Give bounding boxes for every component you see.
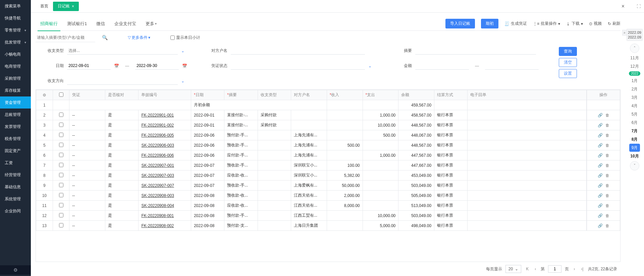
row-checkbox[interactable] — [59, 203, 63, 207]
period-init-button[interactable]: 期初 — [481, 19, 498, 28]
tab-home[interactable]: 首页 — [36, 2, 53, 11]
link-icon[interactable]: 🔗 — [598, 143, 603, 148]
sidebar-item[interactable]: 快捷导航 — [0, 12, 31, 24]
link-icon[interactable]: 🔗 — [598, 133, 603, 138]
row-checkbox[interactable] — [59, 213, 63, 217]
account-tab[interactable]: 微信 — [92, 17, 110, 31]
row-checkbox[interactable] — [59, 113, 63, 117]
link-icon[interactable]: 🔗 — [598, 113, 603, 118]
month-item[interactable]: 2月 — [629, 85, 640, 93]
month-item[interactable]: 6月 — [629, 119, 640, 127]
document-link[interactable]: SK-20220908-004 — [141, 203, 174, 208]
daily-subtotal-checkbox[interactable]: 显示本日小计 — [170, 35, 200, 41]
sidebar-item[interactable]: 批发管理▾ — [0, 36, 31, 48]
scroll-down-icon[interactable]: ˅ — [630, 161, 639, 170]
row-checkbox[interactable] — [59, 123, 63, 127]
sidebar-item[interactable]: 资金管理 — [0, 96, 31, 109]
amount-to-input[interactable] — [485, 62, 539, 70]
month-item[interactable]: 11月 — [629, 54, 640, 62]
scroll-up-icon[interactable]: ˄ — [630, 44, 639, 53]
search-icon[interactable]: 🔍 — [102, 35, 108, 40]
delete-icon[interactable]: 🗑 — [605, 113, 609, 118]
download-button[interactable]: ⭳下载 ▾ — [566, 21, 583, 26]
collapse-icon[interactable]: » — [622, 30, 627, 36]
page-number-input[interactable] — [548, 265, 561, 273]
sidebar-item[interactable]: 工资 — [0, 157, 31, 169]
delete-icon[interactable]: 🗑 — [605, 153, 609, 158]
link-icon[interactable]: 🔗 — [598, 203, 603, 208]
row-checkbox[interactable] — [59, 173, 63, 177]
sidebar-item[interactable]: 零售管理▾ — [0, 24, 31, 36]
next-page-button[interactable]: › — [572, 266, 576, 272]
document-link[interactable]: SK-20220907-001 — [141, 163, 174, 168]
batch-action-button[interactable]: ⋮≡批量操作 ▾ — [533, 21, 560, 26]
month-item[interactable]: 1月 — [629, 77, 640, 85]
period-display[interactable]: » 2022.09 2022.09 — [627, 29, 643, 41]
prev-page-button[interactable]: ‹ — [533, 266, 537, 272]
page-size-select[interactable]: 20 ⌄ — [505, 265, 521, 273]
month-item[interactable]: 3月 — [629, 93, 640, 101]
more-conditions-toggle[interactable]: ▽ 更多条件 ▾ — [128, 35, 150, 41]
link-icon[interactable]: 🔗 — [598, 173, 603, 178]
document-link[interactable]: FK-20220901-002 — [141, 123, 174, 128]
row-checkbox[interactable] — [59, 143, 63, 147]
sidebar-item[interactable]: 固定资产 — [0, 145, 31, 157]
voucher-status-select[interactable] — [231, 62, 365, 70]
calendar-icon[interactable]: 📅 — [182, 64, 187, 68]
delete-icon[interactable]: 🗑 — [605, 123, 609, 128]
account-tab[interactable]: 更多▾ — [141, 17, 161, 31]
document-link[interactable]: SK-20220906-003 — [141, 143, 174, 148]
tab-journal[interactable]: 日记账 × — [53, 2, 79, 11]
query-button[interactable]: 查询 — [559, 47, 577, 56]
link-icon[interactable]: 🔗 — [598, 193, 603, 198]
refresh-button[interactable]: ↻刷新 — [608, 21, 621, 26]
chevron-down-icon[interactable]: ⌄ — [368, 64, 372, 68]
sidebar-item[interactable]: 系统管理 — [0, 193, 31, 205]
row-checkbox[interactable] — [59, 223, 63, 227]
month-item[interactable]: 5月 — [629, 110, 640, 118]
sidebar-item[interactable]: 库存核算 — [0, 84, 31, 96]
delete-icon[interactable]: 🗑 — [605, 133, 609, 138]
chevron-down-icon[interactable]: ⌄ — [181, 49, 184, 53]
row-checkbox[interactable] — [59, 183, 63, 187]
direction-select[interactable] — [67, 77, 178, 85]
sidebar-item[interactable]: 电商管理 — [0, 60, 31, 72]
fullscreen-icon[interactable]: ⛶ — [637, 4, 641, 9]
document-link[interactable]: SK-20220907-003 — [141, 173, 174, 178]
month-item[interactable]: 9月 — [629, 144, 640, 152]
document-link[interactable]: FK-20220908-002 — [141, 223, 174, 228]
document-link[interactable]: FK-20220901-001 — [141, 113, 174, 118]
document-link[interactable]: FK-20220906-006 — [141, 153, 174, 158]
month-item[interactable]: 8月 — [629, 135, 640, 143]
search-input[interactable] — [36, 33, 95, 42]
link-icon[interactable]: 🔗 — [598, 183, 603, 188]
document-link[interactable]: SK-20220908-003 — [141, 193, 174, 198]
delete-icon[interactable]: 🗑 — [605, 203, 609, 208]
sidebar-item[interactable]: 企业协同 — [0, 205, 31, 217]
first-page-button[interactable]: K — [525, 266, 530, 272]
sidebar-item[interactable]: 总账管理 — [0, 109, 31, 121]
gen-voucher-button[interactable]: 🧾生成凭证 — [504, 21, 527, 26]
sidebar-item[interactable]: 小畅电商 — [0, 48, 31, 60]
document-link[interactable]: SK-20220907-007 — [141, 183, 174, 188]
close-icon[interactable]: × — [72, 4, 74, 9]
select-all-checkbox[interactable] — [53, 90, 69, 100]
row-checkbox[interactable] — [59, 163, 63, 167]
link-icon[interactable]: 🔗 — [598, 223, 603, 228]
close-all-icon[interactable]: × — [622, 3, 625, 9]
account-tab[interactable]: 测试银行1 — [62, 17, 92, 31]
delete-icon[interactable]: 🗑 — [605, 193, 609, 198]
calendar-icon[interactable]: 📅 — [114, 64, 119, 68]
clear-button[interactable]: 清空 — [559, 58, 577, 67]
party-input[interactable] — [231, 47, 365, 55]
delete-icon[interactable]: 🗑 — [605, 183, 609, 188]
link-icon[interactable]: 🔗 — [598, 153, 603, 158]
delete-icon[interactable]: 🗑 — [605, 213, 609, 218]
type-select[interactable] — [67, 47, 178, 55]
sidebar-item[interactable]: 经营管理 — [0, 169, 31, 181]
link-icon[interactable]: 🔗 — [598, 213, 603, 218]
import-journal-button[interactable]: 导入日记账 — [445, 19, 475, 28]
delete-icon[interactable]: 🗑 — [605, 163, 609, 168]
month-item[interactable]: 12月 — [629, 62, 640, 70]
last-page-button[interactable]: ›| — [580, 266, 585, 272]
